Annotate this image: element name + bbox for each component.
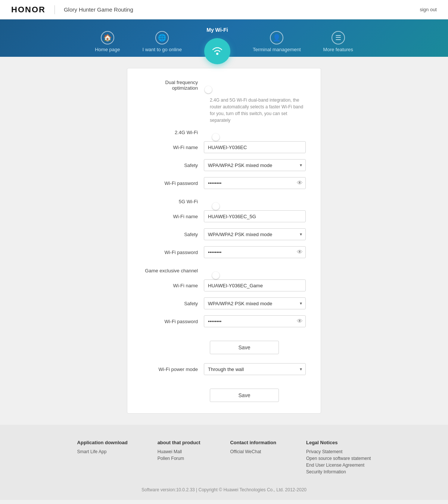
footer-col-product: about that product Huawei Mall Pollen Fo… (158, 440, 200, 476)
wifi-power-row: Wi-Fi power mode Through the wall Standa… (142, 363, 306, 375)
dual-freq-row: Dual frequency optimization (142, 80, 306, 91)
wifi24-name-row: Wi-Fi name (142, 141, 306, 153)
game-safety-wrap: WPA/WPA2 PSK mixed mode WPA2 PSK WPA PSK… (204, 297, 306, 309)
honor-logo: HONOR (11, 5, 46, 15)
main-nav: 🏠 Home page 🌐 I want to go online My Wi-… (0, 19, 448, 57)
user-icon: 👤 (270, 31, 283, 44)
wifi5g-pwd-wrap: 👁 (204, 246, 306, 258)
save-button-2[interactable]: Save (210, 389, 279, 402)
game-pwd-label: Wi-Fi password (142, 319, 204, 324)
wifi24-safety-row: Safety WPA/WPA2 PSK mixed mode WPA2 PSK … (142, 159, 306, 171)
wifi5g-name-input[interactable] (204, 210, 306, 222)
game-name-wrap (204, 279, 306, 291)
nav-item-more[interactable]: ☰ More features (312, 27, 364, 57)
game-pwd-row: Wi-Fi password 👁 (142, 315, 306, 327)
wifi24-pwd-wrap: 👁 (204, 177, 306, 189)
wifi5g-safety-select[interactable]: WPA/WPA2 PSK mixed mode WPA2 PSK WPA PSK… (204, 228, 306, 240)
footer-link-opensource[interactable]: Open source software statement (306, 456, 371, 461)
wifi-power-select[interactable]: Through the wall Standard Energy saving (204, 363, 306, 375)
game-pwd-eye-icon[interactable]: 👁 (297, 318, 303, 325)
wifi5g-label: 5G Wi-Fi (142, 199, 204, 204)
wifi24-pwd-input[interactable] (204, 177, 306, 189)
nav-items: 🏠 Home page 🌐 I want to go online My Wi-… (84, 27, 364, 57)
nav-label-home: Home page (95, 47, 120, 52)
wifi5g-pwd-label: Wi-Fi password (142, 250, 204, 255)
wifi24-name-wrap (204, 141, 306, 153)
dual-freq-description: 2.4G and 5G Wi-Fi dual-band integration,… (210, 97, 306, 124)
wifi24-label: 2.4G Wi-Fi (142, 130, 204, 135)
game-pwd-input[interactable] (204, 315, 306, 327)
game-name-input[interactable] (204, 279, 306, 291)
main-content: Dual frequency optimization 2.4G and 5G … (0, 57, 448, 425)
brand: HONOR Glory Hunter Game Routing (11, 5, 133, 15)
footer-col-legal: Legal Notices Privacy Statement Open sou… (306, 440, 371, 476)
nav-item-terminal[interactable]: 👤 Terminal management (242, 27, 312, 57)
header: HONOR Glory Hunter Game Routing sign out (0, 0, 448, 19)
wifi5g-pwd-row: Wi-Fi password 👁 (142, 246, 306, 258)
footer-col-contact-heading: Contact information (230, 440, 276, 445)
game-name-label: Wi-Fi name (142, 283, 204, 288)
wifi5g-pwd-input[interactable] (204, 246, 306, 258)
wifi-power-wrap: Through the wall Standard Energy saving … (204, 363, 306, 375)
game-pwd-wrap: 👁 (204, 315, 306, 327)
wifi24-safety-select[interactable]: WPA/WPA2 PSK mixed mode WPA2 PSK WPA PSK… (204, 159, 306, 171)
nav-label-terminal: Terminal management (253, 47, 301, 52)
wifi5g-safety-wrap: WPA/WPA2 PSK mixed mode WPA2 PSK WPA PSK… (204, 228, 306, 240)
footer-col-download: Application download Smart Life App (77, 440, 128, 476)
wifi5g-name-wrap (204, 210, 306, 222)
footer-col-product-heading: about that product (158, 440, 200, 445)
footer-links: Application download Smart Life App abou… (30, 440, 418, 476)
footer-link-smart-life[interactable]: Smart Life App (77, 449, 128, 454)
wifi5g-name-row: Wi-Fi name (142, 210, 306, 222)
save-button-1[interactable]: Save (210, 341, 279, 354)
wifi24-name-label: Wi-Fi name (142, 145, 204, 150)
footer-link-eula[interactable]: End User License Agreement (306, 463, 371, 468)
svg-point-0 (216, 53, 218, 55)
wifi-power-label: Wi-Fi power mode (142, 367, 204, 372)
wifi5g-pwd-eye-icon[interactable]: 👁 (297, 249, 303, 256)
wifi5g-row: 5G Wi-Fi (142, 199, 306, 204)
nav-label-more: More features (323, 47, 353, 52)
header-divider (55, 5, 55, 14)
footer-copyright: Software version:10.0.2.33 | Copyright ©… (30, 487, 418, 492)
menu-icon: ☰ (332, 31, 345, 44)
wifi24-safety-wrap: WPA/WPA2 PSK mixed mode WPA2 PSK WPA PSK… (204, 159, 306, 171)
settings-card: Dual frequency optimization 2.4G and 5G … (127, 68, 321, 414)
footer-link-security[interactable]: Security Information (306, 469, 371, 474)
dual-freq-label: Dual frequency optimization (142, 80, 204, 91)
nav-item-home[interactable]: 🏠 Home page (84, 27, 131, 57)
footer-link-privacy[interactable]: Privacy Statement (306, 449, 371, 454)
wifi5g-name-label: Wi-Fi name (142, 214, 204, 219)
footer-link-huawei-mall[interactable]: Huawei Mall (158, 449, 200, 454)
nav-item-mywifi[interactable]: My Wi-Fi (193, 27, 242, 57)
globe-icon: 🌐 (155, 31, 169, 44)
wifi24-safety-label: Safety (142, 163, 204, 168)
wifi-active-icon (204, 38, 230, 64)
footer-col-download-heading: Application download (77, 440, 128, 445)
home-icon: 🏠 (101, 31, 114, 44)
wifi24-pwd-eye-icon[interactable]: 👁 (297, 180, 303, 186)
product-title: Glory Hunter Game Routing (64, 6, 133, 13)
nav-label-mywifi: My Wi-Fi (206, 27, 228, 33)
nav-item-online[interactable]: 🌐 I want to go online (131, 27, 193, 57)
footer-col-contact: Contact information Official WeChat (230, 440, 276, 476)
footer-col-legal-heading: Legal Notices (306, 440, 371, 445)
nav-label-online: I want to go online (142, 47, 182, 52)
footer: Application download Smart Life App abou… (0, 425, 448, 500)
wifi24-name-input[interactable] (204, 141, 306, 153)
game-name-row: Wi-Fi name (142, 279, 306, 291)
wifi24-pwd-row: Wi-Fi password 👁 (142, 177, 306, 189)
wifi5g-safety-row: Safety WPA/WPA2 PSK mixed mode WPA2 PSK … (142, 228, 306, 240)
game-channel-label: Game exclusive channel (142, 268, 204, 273)
wifi24-pwd-label: Wi-Fi password (142, 180, 204, 186)
wifi5g-safety-label: Safety (142, 232, 204, 237)
wifi24-row: 2.4G Wi-Fi (142, 130, 306, 135)
game-channel-row: Game exclusive channel (142, 268, 306, 273)
game-safety-label: Safety (142, 301, 204, 306)
footer-link-official-wechat[interactable]: Official WeChat (230, 449, 276, 454)
game-safety-row: Safety WPA/WPA2 PSK mixed mode WPA2 PSK … (142, 297, 306, 309)
game-safety-select[interactable]: WPA/WPA2 PSK mixed mode WPA2 PSK WPA PSK… (204, 297, 306, 309)
footer-link-pollen-forum[interactable]: Pollen Forum (158, 456, 200, 461)
sign-out-link[interactable]: sign out (420, 7, 437, 12)
